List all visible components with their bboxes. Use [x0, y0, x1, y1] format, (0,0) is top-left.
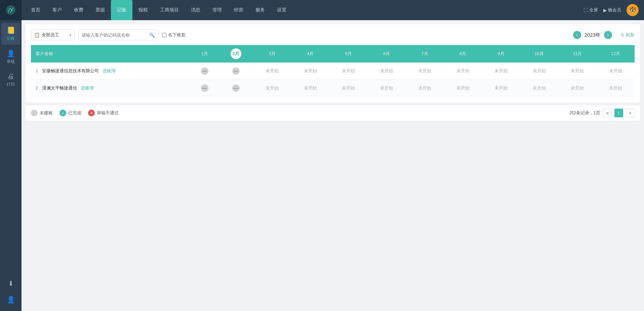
nav-item-message[interactable]: 消息	[185, 0, 206, 20]
legend-item-teal: ✓ 已完成	[59, 110, 81, 116]
nav-item-home[interactable]: 首页	[25, 0, 46, 20]
mine-checkbox[interactable]	[162, 33, 166, 37]
col-header-m3: 3月	[253, 45, 291, 63]
legend-dot-red: ✕	[88, 110, 95, 116]
row1-m3-status: 未开始	[266, 68, 279, 73]
row1-m9-status: 未开始	[494, 68, 508, 73]
row1-client-name: 安徽畅捷通信息技术有限公司	[42, 68, 99, 73]
row1-m1-status: —	[201, 67, 208, 75]
nav-item-business[interactable]: 工商项目	[154, 0, 185, 20]
page-1-button[interactable]: 1	[614, 109, 623, 117]
fullscreen-button[interactable]: ⛶ 全屏	[583, 7, 598, 13]
col-header-m11: 11月	[558, 45, 597, 63]
col-header-m1: 1月	[190, 45, 219, 63]
row1-m6: 未开始	[367, 63, 406, 80]
row2-m10: 未开始	[520, 80, 558, 97]
svg-point-0	[6, 5, 16, 15]
member-button[interactable]: ▶ 畅会员	[603, 7, 621, 13]
row2-m8: 未开始	[444, 80, 482, 97]
nav-item-manage[interactable]: 管理	[206, 0, 228, 20]
row2-m3: 未开始	[253, 80, 291, 97]
refresh-button[interactable]: ↻ 刷新	[621, 32, 635, 38]
row1-enter-link[interactable]: 进账簿	[103, 68, 116, 73]
row1-m12-status: 未开始	[609, 68, 622, 73]
nav-item-client[interactable]: 客户	[46, 0, 68, 20]
year-prev-button[interactable]: ‹	[573, 31, 581, 39]
fullscreen-icon: ⛶	[583, 8, 588, 13]
row1-m11: 未开始	[558, 63, 597, 80]
table-row: 1 安徽畅捷通信息技术有限公司 进账簿 — — 未开始 未开始 未开始 未开始 …	[31, 63, 635, 80]
row1-m1: —	[190, 63, 219, 80]
nav-item-operation[interactable]: 经营	[228, 0, 249, 20]
row1-m12: 未开始	[596, 63, 635, 80]
col-header-m2: 2月	[219, 45, 253, 63]
year-next-button[interactable]: ›	[604, 31, 612, 39]
active-month-badge: 2月	[231, 48, 241, 59]
row2-m6-status: 未开始	[380, 85, 393, 90]
row1-name-cell: 1 安徽畅捷通信息技术有限公司 进账簿	[31, 63, 190, 80]
fullscreen-label: 全屏	[589, 7, 598, 13]
row1-m7-status: 未开始	[418, 68, 431, 73]
row1-m5-status: 未开始	[342, 68, 355, 73]
search-input[interactable]	[78, 30, 146, 40]
page-next-button[interactable]: >	[626, 109, 635, 117]
table-row: 2 漠澜太平畅捷通信 进账簿 — — 未开始 未开始 未开始 未开始 未开始 未…	[31, 80, 635, 97]
sidebar-item-audit-label: 审核	[7, 59, 15, 65]
mine-checkbox-wrap[interactable]: 名下账套	[162, 32, 186, 38]
col-header-m5: 5月	[329, 45, 368, 63]
toolbar: 📋 全部员工 ▾ 🔍 名下账套 ‹ 2023年 ›	[31, 30, 635, 40]
row2-m2: —	[219, 80, 253, 97]
row2-m11: 未开始	[558, 80, 597, 97]
legend-dot-teal: ✓	[59, 110, 66, 116]
year-text: 2023年	[585, 32, 601, 38]
col-header-m10: 10月	[520, 45, 558, 63]
table-wrapper: 客户名称 1月 2月 3月 4月 5月 6月 7月 8月 9月 10月	[31, 45, 635, 97]
employee-select-label: 全部员工	[42, 32, 59, 38]
nav-menu: 首页 客户 收费 票据 记账 报税 工商项目 消息 管理 经营 服务 设置	[22, 0, 583, 20]
search-icon: 🔍	[149, 33, 155, 38]
logo-icon	[5, 4, 17, 16]
refresh-icon: ↻	[621, 33, 625, 38]
row2-m7-status: 未开始	[418, 85, 431, 90]
row1-m5: 未开始	[329, 63, 368, 80]
nav-item-tax[interactable]: 报税	[132, 0, 154, 20]
nav-item-fee[interactable]: 收费	[68, 0, 89, 20]
row2-m3-status: 未开始	[266, 85, 279, 90]
row2-m4: 未开始	[291, 80, 329, 97]
nav-item-settings[interactable]: 设置	[271, 0, 292, 20]
row2-num: 2	[36, 85, 38, 90]
row2-m12-status: 未开始	[609, 85, 622, 90]
sidebar-item-print[interactable]: 🖨 打印	[1, 69, 20, 91]
search-input-wrap: 🔍	[78, 30, 159, 40]
avatar[interactable]: 🐯	[627, 4, 639, 16]
search-button[interactable]: 🔍	[146, 30, 158, 40]
page-prev-button[interactable]: <	[603, 109, 612, 117]
main-layout: 📒 记账 👤 审核 🖨 打印 ⬇ 👤 📋 全部员工	[0, 20, 644, 311]
employee-select[interactable]: 📋 全部员工 ▾	[31, 30, 75, 40]
row1-m9: 未开始	[482, 63, 520, 80]
top-navigation: 首页 客户 收费 票据 记账 报税 工商项目 消息 管理 经营 服务 设置 ⛶ …	[0, 0, 644, 20]
logo	[0, 0, 22, 20]
year-navigation: ‹ 2023年 ›	[573, 31, 612, 39]
sidebar-item-download[interactable]: ⬇	[1, 276, 20, 291]
row2-m8-status: 未开始	[456, 85, 470, 90]
row2-m4-status: 未开始	[304, 85, 317, 90]
sidebar-item-audit[interactable]: 👤 审核	[1, 46, 20, 68]
nav-item-service[interactable]: 服务	[249, 0, 271, 20]
nav-item-invoice[interactable]: 票据	[89, 0, 111, 20]
table-header: 客户名称 1月 2月 3月 4月 5月 6月 7月 8月 9月 10月	[31, 45, 635, 63]
row1-m11-status: 未开始	[571, 68, 584, 73]
download-icon: ⬇	[8, 279, 14, 287]
row2-enter-link[interactable]: 进账簿	[81, 85, 94, 90]
audit-icon: 👤	[7, 49, 15, 57]
sidebar-item-user[interactable]: 👤	[1, 292, 20, 307]
legend-dot-gray	[31, 110, 38, 116]
row1-m4: 未开始	[291, 63, 329, 80]
row2-m9: 未开始	[482, 80, 520, 97]
col-header-m7: 7月	[406, 45, 444, 63]
row2-m9-status: 未开始	[494, 85, 508, 90]
row2-name-cell: 2 漠澜太平畅捷通信 进账簿	[31, 80, 190, 97]
row2-m5: 未开始	[329, 80, 368, 97]
sidebar-item-accounting[interactable]: 📒 记账	[1, 23, 20, 45]
nav-item-accounting[interactable]: 记账	[111, 0, 132, 20]
